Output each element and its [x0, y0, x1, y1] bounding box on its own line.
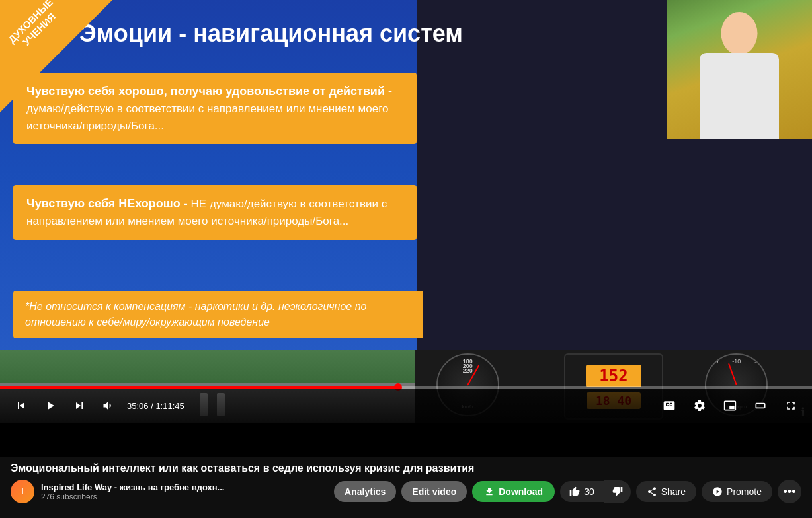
action-buttons: Analytics Edit video Download 30 Share	[334, 480, 801, 503]
promote-icon	[712, 486, 723, 497]
volume-icon	[102, 399, 115, 412]
bottom-bar: Эмоциональный интеллект или как оставать…	[0, 457, 812, 518]
badge-text: ДУХОВНЫЕ УЧЕНИЯ	[5, 0, 64, 55]
controls-right	[659, 395, 801, 416]
channel-row: I Inspired Life Way - жизнь на гребне вд…	[11, 480, 801, 503]
skip-back-button[interactable]	[11, 395, 32, 416]
download-icon	[484, 486, 495, 497]
promote-button[interactable]: Promote	[702, 481, 772, 502]
play-pause-button[interactable]	[40, 395, 61, 416]
like-button[interactable]: 30	[560, 481, 604, 502]
captions-button[interactable]	[659, 395, 680, 416]
analytics-button[interactable]: Analytics	[334, 481, 396, 502]
channel-info: Inspired Life Way - жизнь на гребне вдох…	[41, 482, 327, 501]
theater-mode-button[interactable]	[750, 395, 771, 416]
video-frame[interactable]: ДУХОВНЫЕ УЧЕНИЯ Эмоции - навигационная с…	[0, 0, 812, 423]
share-button[interactable]: Share	[636, 481, 696, 502]
content-note: *Не относится к компенсациям - наркотики…	[13, 291, 423, 338]
miniplayer-icon	[723, 399, 737, 412]
thumbs-up-icon	[569, 486, 580, 497]
person-body	[700, 53, 779, 139]
edit-video-button[interactable]: Edit video	[401, 481, 467, 502]
video-container: ДУХОВНЫЕ УЧЕНИЯ Эмоции - навигационная с…	[0, 0, 812, 457]
time-display: 35:06 / 1:11:45	[127, 401, 184, 411]
fullscreen-icon	[784, 399, 797, 412]
box2-bold: Чувствую себя НЕхорошо -	[26, 197, 188, 210]
settings-button[interactable]	[689, 395, 710, 416]
theater-icon	[754, 399, 767, 412]
badge-triangle: ДУХОВНЫЕ УЧЕНИЯ	[0, 0, 112, 112]
video-title: Эмоциональный интеллект или как оставать…	[11, 462, 801, 474]
channel-name: Inspired Life Way - жизнь на гребне вдох…	[41, 482, 327, 492]
fullscreen-button[interactable]	[780, 395, 801, 416]
skip-forward-icon	[73, 399, 86, 412]
content-box-2: Чувствую себя НЕхорошо - НЕ думаю/действ…	[13, 185, 417, 240]
controls-bar: 35:06 / 1:11:45	[0, 388, 812, 423]
person-frame	[667, 0, 812, 139]
like-dislike-group: 30	[560, 480, 631, 503]
download-button[interactable]: Download	[472, 481, 555, 502]
channel-avatar[interactable]: I	[11, 480, 34, 503]
miniplayer-button[interactable]	[719, 395, 741, 416]
captions-icon	[663, 399, 676, 412]
more-dots-icon: •••	[784, 485, 796, 499]
subscriber-count: 276 subscribers	[41, 492, 327, 501]
slide-title: Эмоции - навигационная систем	[79, 20, 680, 48]
speed-readout: 152	[586, 365, 641, 387]
play-icon	[44, 399, 57, 412]
dislike-button[interactable]	[604, 480, 631, 503]
more-options-button[interactable]: •••	[778, 480, 801, 503]
volume-button[interactable]	[98, 395, 119, 416]
person-head	[721, 12, 758, 55]
thumbs-down-icon	[612, 486, 623, 496]
skip-forward-button[interactable]	[69, 395, 90, 416]
share-icon	[647, 486, 657, 497]
skip-back-icon	[15, 399, 28, 412]
settings-icon	[693, 399, 706, 412]
note-text: *Не относится к компенсациям - наркотики…	[25, 299, 411, 330]
